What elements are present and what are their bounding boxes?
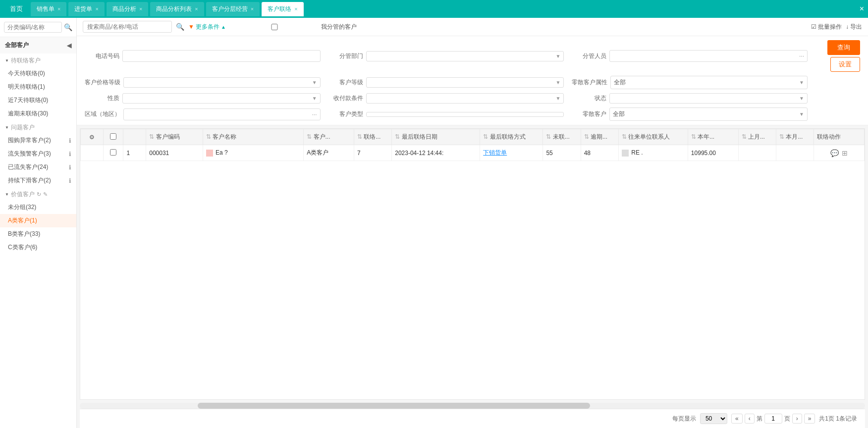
sidebar-item-week[interactable]: 近7天待联络(0): [0, 94, 76, 107]
sidebar-item-churn-warning[interactable]: 流失预警客户(3) ℹ: [0, 147, 76, 160]
customer-table: ⚙ ⇅ 客户编码 ⇅ 客户名称 ⇅ 客户... ⇅ 联: [80, 129, 865, 161]
row-actions-container: 💬 ⊞: [817, 149, 861, 157]
per-page-select[interactable]: 50 100 200: [700, 413, 727, 424]
sidebar-refresh-icon[interactable]: ↻: [37, 191, 41, 198]
row-checkbox[interactable]: [110, 149, 116, 156]
first-page-btn[interactable]: «: [731, 414, 743, 424]
col-customer-code[interactable]: ⇅ 客户编码: [146, 129, 203, 145]
page-input[interactable]: [764, 414, 782, 424]
nav-tab-customer-contact[interactable]: 客户联络 ×: [262, 2, 303, 16]
filter-nature-label: 性质: [85, 94, 119, 103]
nav-tab-customer-contact-label: 客户联络: [268, 5, 291, 13]
filter-status-select[interactable]: ▼: [609, 93, 808, 104]
batch-op-label: 批量操作: [818, 23, 842, 31]
sidebar-item-overdue[interactable]: 逾期未联络(30): [0, 107, 76, 120]
filter-region-select[interactable]: ···: [123, 108, 321, 120]
my-customers-filter[interactable]: 我分管的客户: [230, 23, 357, 31]
my-customers-checkbox[interactable]: [230, 24, 319, 30]
page-total: 共1页 1条记录: [819, 415, 857, 423]
sidebar-item-class-c[interactable]: C类客户(6): [0, 241, 76, 254]
filter-phone-input[interactable]: [122, 50, 321, 62]
filter-retail-attr-value: 全部: [614, 78, 626, 87]
col-visit-contact[interactable]: ⇅ 往来单位联系人: [618, 129, 688, 145]
sidebar-item-declining[interactable]: 持续下滑客户(2) ℹ: [0, 174, 76, 187]
filter-nature-arrow: ▼: [312, 96, 317, 101]
nav-tab-customer-segment-close[interactable]: ×: [251, 6, 254, 12]
filter-price-level-select[interactable]: ▼: [123, 77, 321, 88]
col-customer-type[interactable]: ⇅ 客户...: [304, 129, 354, 145]
search-input[interactable]: [83, 21, 172, 33]
filter-retail-attr-select[interactable]: 全部 ▼: [610, 76, 808, 89]
table-header-row: ⚙ ⇅ 客户编码 ⇅ 客户名称 ⇅ 客户... ⇅ 联: [81, 129, 865, 145]
next-page-btn[interactable]: ›: [792, 414, 802, 424]
batch-op-btn[interactable]: ☑ 批量操作: [811, 23, 842, 31]
col-contact-count[interactable]: ⇅ 联络...: [354, 129, 391, 145]
settings-button[interactable]: 设置: [830, 57, 860, 72]
filter-person-select[interactable]: ···: [609, 50, 808, 62]
sidebar-section-value: ▼ 价值客户 ↻ ✎: [0, 187, 76, 201]
query-button[interactable]: 查询: [827, 40, 860, 55]
sidebar-search-area: 🔍: [0, 18, 76, 37]
scrollbar-thumb[interactable]: [198, 403, 591, 409]
filter-icon: ▼: [188, 23, 194, 30]
filter-customer-type-select[interactable]: [366, 112, 564, 117]
sidebar-item-churned[interactable]: 已流失客户(24) ℹ: [0, 160, 76, 174]
nav-tab-purchase[interactable]: 进货单 ×: [68, 2, 104, 16]
col-last-month[interactable]: ⇅ 上月...: [738, 129, 776, 145]
col-gear[interactable]: ⚙: [81, 129, 104, 145]
row-last-contact-method[interactable]: 下销货单: [480, 145, 543, 161]
filter-payment-select[interactable]: ▼: [366, 93, 564, 104]
close-all-icon[interactable]: ×: [860, 4, 864, 13]
prev-page-btn[interactable]: ‹: [745, 414, 755, 424]
nav-home[interactable]: 首页: [4, 1, 29, 16]
col-overdue[interactable]: ⇅ 逾期...: [581, 129, 618, 145]
row-check[interactable]: [103, 145, 123, 161]
filter-dept-select[interactable]: ▼: [366, 51, 564, 61]
comment-action-icon[interactable]: 💬: [830, 149, 839, 157]
sidebar-edit-icon[interactable]: ✎: [43, 191, 48, 198]
col-last-contact-method[interactable]: ⇅ 最后联络方式: [480, 129, 543, 145]
col-this-year[interactable]: ⇅ 本年...: [688, 129, 738, 145]
nav-tab-sales[interactable]: 销售单 ×: [31, 2, 66, 16]
pagination-bar: 每页显示 50 100 200 « ‹ 第 页 › » 共1页 1条记录: [80, 409, 865, 428]
filter-retail-customer-select[interactable]: 全部 ▼: [609, 107, 808, 121]
col-this-month[interactable]: ⇅ 本月...: [776, 129, 814, 145]
filter-person: 分管人员 ···: [572, 50, 808, 62]
export-btn[interactable]: ↓ 导出: [846, 23, 862, 31]
filter-customer-level-select[interactable]: ▼: [366, 77, 564, 88]
col-not-contacted[interactable]: ⇅ 未联...: [543, 129, 581, 145]
sidebar-search-icon[interactable]: 🔍: [64, 23, 72, 31]
nav-tab-customer-contact-close[interactable]: ×: [294, 6, 297, 12]
horizontal-scrollbar[interactable]: [80, 403, 865, 409]
filter-nature-select[interactable]: ▼: [122, 93, 321, 104]
sidebar-item-tomorrow[interactable]: 明天待联络(1): [0, 80, 76, 94]
check-all[interactable]: [110, 133, 116, 140]
sidebar-collapse-icon[interactable]: ◀: [67, 42, 71, 49]
nav-tab-customer-segment[interactable]: 客户分层经营 ×: [206, 2, 260, 16]
sidebar-item-class-b[interactable]: B类客户(33): [0, 227, 76, 241]
nav-tab-purchase-close[interactable]: ×: [95, 6, 98, 12]
nav-tab-analysis-list-label: 商品分析列表: [156, 5, 192, 13]
sidebar-item-churned-label: 已流失客户(24): [8, 163, 48, 171]
more-conditions-btn[interactable]: ▼ 更多条件 ▲: [188, 23, 226, 31]
filter-customer-type: 客户类型: [328, 110, 564, 118]
sidebar-section-value-triangle: ▼: [5, 192, 9, 197]
sidebar-search-input[interactable]: [4, 22, 62, 33]
col-last-contact-date[interactable]: ⇅ 最后联络日期: [392, 129, 480, 145]
nav-tab-sales-close[interactable]: ×: [57, 6, 60, 12]
contact-method-link[interactable]: 下销货单: [483, 149, 507, 156]
sidebar-item-today[interactable]: 今天待联络(0): [0, 67, 76, 80]
filter-search-icon[interactable]: 🔍: [176, 23, 184, 31]
row-last-contact-date: 2023-04-12 14:44:: [392, 145, 480, 161]
last-page-btn[interactable]: »: [804, 414, 815, 424]
sidebar-item-abnormal[interactable]: 囤购异常客户(2) ℹ: [0, 134, 76, 147]
nav-tab-analysis-close[interactable]: ×: [139, 6, 142, 12]
grid-action-icon[interactable]: ⊞: [842, 149, 848, 157]
col-customer-name[interactable]: ⇅ 客户名称: [203, 129, 303, 145]
nav-tab-analysis[interactable]: 商品分析 ×: [107, 2, 148, 16]
sidebar-item-ungroup[interactable]: 未分组(32): [0, 201, 76, 214]
nav-tab-analysis-list[interactable]: 商品分析列表 ×: [150, 2, 204, 16]
col-check[interactable]: [103, 129, 123, 145]
sidebar-item-class-a[interactable]: A类客户(1): [0, 214, 76, 227]
nav-tab-analysis-list-close[interactable]: ×: [195, 6, 198, 12]
